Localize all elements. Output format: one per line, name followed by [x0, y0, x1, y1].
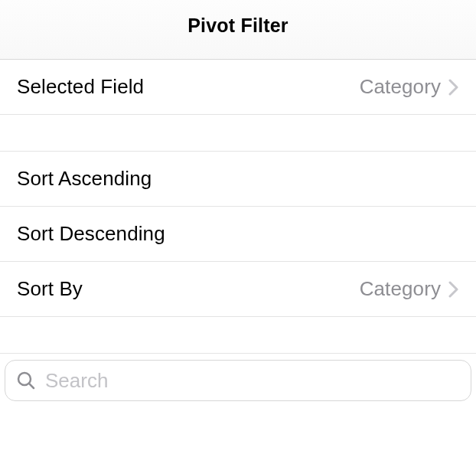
- settings-list: Selected Field Category Sort Ascending S…: [0, 60, 476, 406]
- chevron-right-icon: [448, 79, 459, 96]
- search-wrap: [0, 354, 476, 406]
- search-icon: [16, 371, 36, 390]
- chevron-right-icon: [448, 281, 459, 298]
- sort-by-right: Category: [360, 277, 459, 301]
- selected-field-value: Category: [360, 75, 441, 99]
- section-gap: [0, 317, 476, 354]
- search-input[interactable]: [45, 369, 460, 393]
- sort-descending-label: Sort Descending: [17, 222, 165, 246]
- section-gap: [0, 115, 476, 152]
- sort-ascending-row[interactable]: Sort Ascending: [0, 152, 476, 207]
- search-box[interactable]: [5, 360, 471, 401]
- sort-ascending-label: Sort Ascending: [17, 167, 152, 191]
- sort-by-value: Category: [360, 277, 441, 301]
- selected-field-right: Category: [360, 75, 459, 99]
- sort-by-row[interactable]: Sort By Category: [0, 262, 476, 317]
- page-title: Pivot Filter: [187, 15, 289, 37]
- selected-field-label: Selected Field: [17, 75, 144, 99]
- selected-field-row[interactable]: Selected Field Category: [0, 60, 476, 115]
- header: Pivot Filter: [0, 0, 476, 60]
- sort-descending-row[interactable]: Sort Descending: [0, 207, 476, 262]
- svg-line-1: [29, 384, 34, 388]
- sort-by-label: Sort By: [17, 277, 83, 301]
